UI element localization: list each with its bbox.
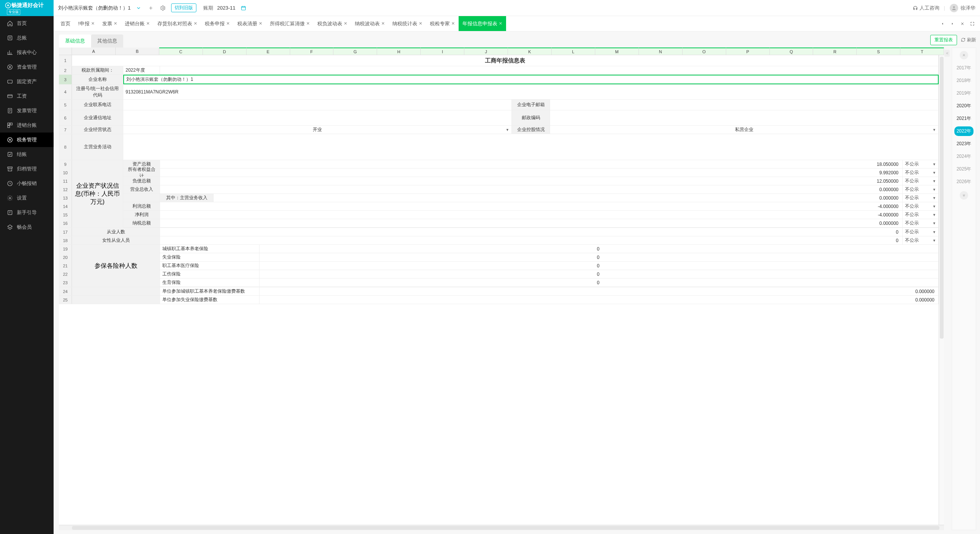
tab-!申报[interactable]: !申报✕ [74, 16, 98, 31]
close-icon[interactable]: ✕ [451, 21, 455, 26]
dropdown-cell[interactable]: 不公示▼ [903, 228, 939, 236]
col-header-B[interactable]: B [116, 48, 159, 55]
close-icon[interactable]: ✕ [226, 21, 230, 26]
row-header-13[interactable]: 13 [59, 194, 72, 202]
collapse-year-panel-icon[interactable] [944, 50, 950, 57]
number-cell[interactable]: 0.000000 [260, 296, 939, 304]
row-header-1[interactable]: 1 [59, 55, 72, 66]
subtab-basic[interactable]: 基础信息 [59, 34, 91, 48]
number-cell[interactable]: 0 [260, 253, 939, 261]
dropdown-cell[interactable]: 不公示▼ [903, 219, 939, 227]
tab-税表清册[interactable]: 税表清册✕ [234, 16, 266, 31]
col-header-G[interactable]: G [333, 48, 377, 55]
value-cell[interactable] [123, 110, 512, 125]
close-icon[interactable]: ✕ [146, 21, 150, 26]
number-cell[interactable]: 18.050000 [160, 160, 903, 168]
close-icon[interactable]: ✕ [91, 21, 95, 26]
close-icon[interactable]: ✕ [259, 21, 262, 26]
add-account-icon[interactable] [147, 4, 155, 12]
old-version-button[interactable]: 切到旧版 [171, 3, 196, 12]
number-cell[interactable]: -4.000000 [160, 202, 903, 210]
sidebar-item-home[interactable]: 首页 [0, 16, 54, 31]
number-cell[interactable]: 0 [260, 245, 939, 253]
close-icon[interactable]: ✕ [381, 21, 385, 26]
sidebar-item-member[interactable]: 畅会员 [0, 220, 54, 234]
col-header-F[interactable]: F [290, 48, 334, 55]
tab-税务申报[interactable]: 税务申报✕ [201, 16, 234, 31]
tab-发票[interactable]: 发票✕ [98, 16, 121, 31]
dropdown-cell[interactable]: 不公示▼ [903, 211, 939, 219]
dropdown-cell[interactable]: 不公示▼ [903, 194, 939, 202]
dropdown-cell[interactable]: 不公示▼ [903, 177, 939, 185]
number-cell[interactable]: 0 [160, 236, 903, 244]
row-header-12[interactable]: 12 [59, 185, 72, 194]
value-cell[interactable] [550, 100, 939, 110]
sidebar-item-close[interactable]: 结账 [0, 147, 54, 162]
col-header-O[interactable]: O [683, 48, 726, 55]
tab-年报信息申报表[interactable]: 年报信息申报表✕ [459, 16, 506, 31]
row-header-20[interactable]: 20 [59, 253, 72, 262]
col-header-Q[interactable]: Q [770, 48, 813, 55]
close-icon[interactable]: ✕ [306, 21, 310, 26]
dropdown-cell[interactable]: 不公示▼ [903, 169, 939, 177]
subtab-other[interactable]: 其他信息 [91, 34, 123, 48]
row-header-9[interactable]: 9 [59, 160, 72, 169]
row-header-8[interactable]: 8 [59, 134, 72, 160]
row-header-16[interactable]: 16 [59, 219, 72, 228]
sidebar-item-refund[interactable]: 小畅报销 [0, 176, 54, 191]
col-header-L[interactable]: L [552, 48, 595, 55]
sidebar-item-psi[interactable]: 进销台账 [0, 118, 54, 133]
holding-select[interactable]: 私营企业▼ [550, 126, 939, 134]
tab-税检专家[interactable]: 税检专家✕ [426, 16, 459, 31]
sidebar-item-assets[interactable]: 固定资产 [0, 74, 54, 89]
row-header-22[interactable]: 22 [59, 270, 72, 278]
close-icon[interactable]: ✕ [114, 21, 117, 26]
close-icon[interactable]: ✕ [499, 21, 502, 26]
col-header-P[interactable]: P [726, 48, 770, 55]
number-cell[interactable]: -4.000000 [160, 211, 903, 219]
row-header-5[interactable]: 5 [59, 100, 72, 110]
col-header-E[interactable]: E [247, 48, 290, 55]
dropdown-cell[interactable]: 不公示▼ [903, 202, 939, 210]
col-header-D[interactable]: D [203, 48, 247, 55]
year-up-icon[interactable] [960, 51, 968, 59]
tab-进销台账[interactable]: 进销台账✕ [121, 16, 154, 31]
tabs-next-icon[interactable] [948, 19, 957, 28]
reset-report-button[interactable]: 重置报表 [930, 35, 957, 45]
tab-所得税汇算清缴[interactable]: 所得税汇算清缴✕ [266, 16, 314, 31]
row-header-3[interactable]: 3 [59, 75, 72, 84]
year-2019年[interactable]: 2019年 [954, 88, 974, 98]
year-down-icon[interactable] [960, 191, 968, 200]
dropdown-cell[interactable]: 不公示▼ [903, 160, 939, 168]
tab-纳税统计表[interactable]: 纳税统计表✕ [389, 16, 426, 31]
row-header-11[interactable]: 11 [59, 177, 72, 185]
number-cell[interactable]: 12.050000 [160, 177, 903, 185]
period-value[interactable]: 2023-11 [217, 5, 235, 11]
vertical-scrollbar[interactable] [939, 55, 944, 525]
close-icon[interactable]: ✕ [194, 21, 197, 26]
value-cell[interactable] [160, 66, 939, 74]
col-header-R[interactable]: R [813, 48, 857, 55]
row-header-23[interactable]: 23 [59, 278, 72, 287]
company-name-input[interactable]: 刘小艳演示账套（勿删勿动！）1 [123, 75, 939, 84]
sidebar-item-ledger[interactable]: 总账 [0, 31, 54, 45]
sidebar-item-archive[interactable]: 归档管理 [0, 162, 54, 176]
sidebar-item-salary[interactable]: 工资 [0, 89, 54, 103]
account-selector[interactable]: 刘小艳演示账套（勿删勿动！）1 [58, 5, 131, 11]
row-header-6[interactable]: 6 [59, 110, 72, 125]
horizontal-scrollbar[interactable] [59, 525, 944, 530]
year-2023年[interactable]: 2023年 [954, 139, 974, 149]
number-cell[interactable]: 0.000000 [214, 194, 903, 202]
dropdown-cell[interactable]: 不公示▼ [903, 236, 939, 244]
year-2017年[interactable]: 2017年 [954, 63, 974, 73]
row-header-21[interactable]: 21 [59, 262, 72, 270]
year-2022年[interactable]: 2022年 [954, 126, 974, 136]
number-cell[interactable]: 0.000000 [160, 185, 903, 193]
sidebar-item-funds[interactable]: 资金管理 [0, 60, 54, 74]
sidebar-item-reports[interactable]: 报表中心 [0, 45, 54, 60]
value-cell[interactable] [123, 100, 512, 110]
grid-body[interactable]: 1工商年报信息表2税款所属期间：2022年度3企业名称刘小艳演示账套（勿删勿动！… [59, 55, 939, 525]
settings-icon[interactable] [159, 4, 167, 12]
close-icon[interactable]: ✕ [344, 21, 347, 26]
row-header-17[interactable]: 17 [59, 228, 72, 236]
